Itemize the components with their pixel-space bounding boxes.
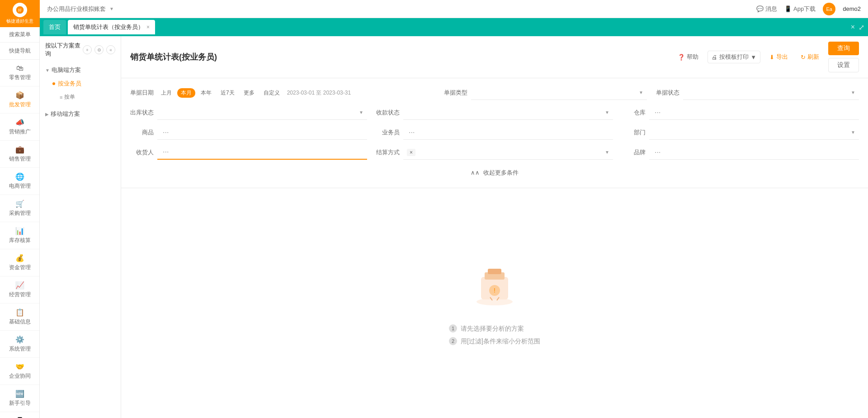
sidebar-item-newguide[interactable]: 🆕 新手引导 (0, 385, 39, 412)
search-menu-label[interactable]: 搜索菜单 (9, 31, 31, 38)
sidebar-item-finance[interactable]: 💰 资金管理 (0, 249, 39, 276)
sidebar-item-system[interactable]: ⚙️ 系统管理 (0, 331, 39, 358)
payment-status-dropdown[interactable]: ▼ (403, 105, 613, 120)
sidebar-item-sales[interactable]: 💼 销售管理 (0, 141, 39, 168)
sidebar-item-base[interactable]: 📋 基础信息 (0, 304, 39, 331)
gear-icon: ⚙ (97, 48, 101, 52)
sidebar-item-purchase[interactable]: 🛒 采购管理 (0, 195, 39, 222)
product-input[interactable]: ··· (157, 125, 367, 140)
scheme-by-order[interactable]: ≡ 按单 (40, 90, 121, 104)
print-dropdown-icon[interactable]: ▼ (750, 54, 756, 61)
salesperson-filter-item: 业务员 ··· (376, 125, 613, 140)
sidebar-item-collab[interactable]: 🤝 企业协同 (0, 358, 39, 385)
collapse-row[interactable]: ∧∧ 收起更多条件 (130, 165, 859, 180)
base-icon: 📋 (15, 308, 24, 317)
sidebar-shortcut-section: 快捷导航 (0, 43, 39, 60)
tab-bar-end: × ⤢ (851, 23, 864, 32)
settlement-dropdown[interactable]: × ▼ (403, 145, 613, 160)
app-download-button[interactable]: 📱 App下载 (784, 5, 816, 13)
department-dropdown[interactable]: ▼ (649, 125, 859, 140)
empty-state: ! 1 请先选择要分析的方案 2 用[过滤]条件来缩小分析范围 (449, 259, 540, 347)
receiver-input[interactable]: ··· (157, 145, 367, 160)
collapse-label: 收起更多条件 (483, 169, 519, 176)
sidebar-item-operation[interactable]: 📈 经营管理 (0, 276, 39, 304)
template-print-button[interactable]: 🖨 按模板打印 ▼ (708, 51, 760, 63)
settings-scheme-button[interactable]: ⚙ (94, 45, 104, 54)
tab-home[interactable]: 首页 (43, 20, 66, 34)
date-label: 单据日期 (130, 89, 154, 97)
purchase-icon: 🛒 (15, 200, 24, 208)
user-avatar[interactable]: Ea (823, 3, 835, 15)
sidebar-item-wholesale[interactable]: 📦 批发管理 (0, 86, 39, 114)
query-button[interactable]: 查询 (828, 42, 859, 55)
page-title: 销货单统计表(按业务员) (130, 52, 217, 62)
date-tab-custom[interactable]: 自定义 (260, 88, 283, 98)
doc-status-label: 单据状态 (656, 89, 679, 97)
scheme-by-salesperson[interactable]: 按业务员 (40, 77, 121, 90)
department-arrow: ▼ (851, 130, 855, 135)
help-button[interactable]: ❓ 帮助 (674, 51, 702, 63)
warehouse-filter-item: 仓库 ··· (622, 105, 859, 120)
date-range-text: 2023-03-01 至 2023-03-31 (287, 89, 351, 97)
warehouse-input[interactable]: ··· (649, 105, 859, 120)
page-header: 销货单统计表(按业务员) ❓ 帮助 🖨 按模板打印 ▼ ⬇ 导出 (121, 36, 868, 78)
out-status-dropdown[interactable]: ▼ (157, 105, 367, 120)
ecom-label: 电商管理 (9, 182, 31, 190)
export-button[interactable]: ⬇ 导出 (766, 51, 792, 63)
doc-status-dropdown[interactable]: ▼ (683, 86, 859, 100)
date-tab-last-month[interactable]: 上月 (157, 88, 175, 98)
header-dropdown-icon[interactable]: ▼ (109, 6, 114, 11)
tab-close-icon[interactable]: × (146, 24, 150, 30)
shortcut-nav-label[interactable]: 快捷导航 (9, 44, 31, 57)
sidebar-item-marketing[interactable]: 📣 营销推广 (0, 114, 39, 141)
help-icon: ❓ (678, 54, 685, 61)
collapse-panel-button[interactable]: « (106, 45, 115, 54)
tab-close-all-button[interactable]: × (851, 23, 855, 32)
doc-type-dropdown[interactable]: ▼ (471, 86, 647, 100)
empty-icon: ! (467, 259, 522, 313)
date-tab-this-year[interactable]: 本年 (197, 88, 215, 98)
product-ellipsis[interactable]: ··· (161, 128, 170, 137)
department-label: 部门 (622, 128, 646, 137)
tab-sales-stat[interactable]: 销货单统计表（按业务员） × (68, 20, 155, 34)
user-name[interactable]: demo2 (843, 5, 861, 12)
logo[interactable]: 好 畅捷通好生意 (0, 0, 40, 27)
base-label: 基础信息 (9, 318, 31, 326)
brand-ellipsis[interactable]: ··· (653, 148, 662, 157)
desktop-scheme-parent[interactable]: ▼ 电脑端方案 (40, 63, 121, 77)
sidebar-item-ecom[interactable]: 🌐 电商管理 (0, 168, 39, 195)
marketing-label: 营销推广 (9, 128, 31, 136)
mobile-scheme-parent[interactable]: ▶ 移动端方案 (40, 107, 121, 121)
tip-num-2: 2 (449, 337, 457, 345)
warehouse-ellipsis[interactable]: ··· (653, 109, 662, 117)
settlement-label: 结算方式 (376, 148, 400, 157)
brand-filter-item: 品牌 ··· (622, 145, 859, 160)
finance-label: 资金管理 (9, 264, 31, 271)
date-tab-this-month[interactable]: 本月 (177, 88, 195, 98)
app-download-label: App下载 (793, 5, 816, 13)
tab-maximize-button[interactable]: ⤢ (859, 23, 864, 32)
help-label: 帮助 (687, 53, 698, 61)
header-right: 💬 消息 📱 App下载 Ea demo2 (756, 3, 861, 15)
svg-text:!: ! (494, 287, 495, 294)
date-tab-more[interactable]: 更多 (240, 88, 258, 98)
doc-type-arrow: ▼ (639, 90, 643, 95)
sidebar-item-retail[interactable]: 🛍 零售管理 (0, 60, 39, 86)
salesperson-input[interactable]: ··· (403, 125, 613, 140)
date-tab-7days[interactable]: 近7天 (217, 88, 238, 98)
message-button[interactable]: 💬 消息 (756, 5, 777, 13)
add-scheme-button[interactable]: + (83, 45, 92, 54)
retail-icon: 🛍 (16, 64, 24, 72)
tag-close-icon[interactable]: × (410, 149, 413, 156)
receiver-ellipsis[interactable]: ··· (161, 148, 170, 156)
salesperson-ellipsis[interactable]: ··· (407, 128, 416, 137)
brand-input[interactable]: ··· (649, 145, 859, 160)
refresh-button[interactable]: ↻ 刷新 (797, 51, 823, 63)
product-filter-item: 商品 ··· (130, 125, 367, 140)
sidebar-item-inventory[interactable]: 📊 库存核算 (0, 222, 39, 249)
main-content: ! 1 请先选择要分析的方案 2 用[过滤]条件来缩小分析范围 (121, 188, 868, 418)
settings-button[interactable]: 设置 (828, 58, 859, 72)
operation-label: 经营管理 (9, 291, 31, 299)
sidebar-item-appcenter[interactable]: 📱 应用中心 (0, 412, 39, 418)
collab-label: 企业协同 (9, 372, 31, 380)
